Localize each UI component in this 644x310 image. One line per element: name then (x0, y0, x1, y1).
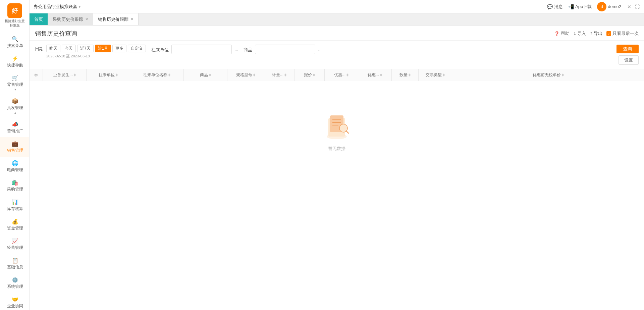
retail-icon: 🛒 (12, 75, 18, 81)
sidebar-item-shortcuts[interactable]: ⚡ 快捷导航 (0, 52, 29, 71)
th-spec-label: 规格型号 (236, 72, 252, 78)
purchase-tab-close[interactable]: ✕ (85, 17, 88, 21)
th-unit[interactable]: 计量... (264, 69, 294, 81)
tab-home[interactable]: 首页 (30, 13, 48, 25)
th-discount2[interactable]: 优惠... (358, 69, 392, 81)
tabs-bar: 首页 采购历史价跟踪 ✕ 销售历史价跟踪 ✕ (30, 13, 644, 25)
th-partner-code-label: 往来单位 (99, 72, 115, 78)
gear-icon: ⚙ (34, 73, 38, 78)
tab-purchase[interactable]: 采购历史价跟踪 ✕ (48, 13, 93, 25)
import-label: 导入 (577, 31, 586, 37)
query-button[interactable]: 查询 (616, 45, 639, 53)
date-range-display: 2023-02-18 至 2023-03-18 (46, 54, 146, 59)
maximize-button[interactable]: ⛶ (635, 4, 640, 9)
ecommerce-icon: 🌐 (12, 160, 18, 166)
app-download-button[interactable]: 📲 App下载 (568, 4, 592, 10)
filter-area: 日期 昨天 今天 近7天 近1月 更多 自定义 2023-02-18 至 202… (30, 41, 644, 69)
sidebar-item-operations[interactable]: 📈 经营管理 (0, 235, 29, 254)
th-partner-code[interactable]: 往来单位 (87, 69, 130, 81)
goods-picker-button[interactable]: ... (318, 47, 322, 52)
sort-icons (116, 73, 118, 76)
purchase-icon: 🛍️ (12, 179, 18, 186)
logo-text: 畅捷通好生意 标准版 (5, 19, 25, 28)
sidebar-item-label: 基础信息 (7, 264, 23, 270)
partner-filter-field: 往来单位 ... (151, 45, 238, 54)
partner-label: 往来单位 (151, 46, 169, 53)
sidebar-item-ecommerce[interactable]: 🌐 电商管理 (0, 157, 29, 176)
setting-button[interactable]: 设置 (619, 55, 639, 65)
export-icon: ⤴ (590, 31, 592, 36)
purchase-tab-label: 采购历史价跟踪 (53, 16, 83, 22)
logo-icon: 好 (7, 3, 22, 18)
sidebar-item-enterprise[interactable]: 🤝 企业协同 (0, 293, 29, 310)
sidebar-item-inventory[interactable]: 📊 库存核算 (0, 196, 29, 215)
download-icon: 📲 (568, 4, 574, 9)
date-filter-group: 日期 昨天 今天 近7天 近1月 更多 自定义 2023-02-18 至 202… (35, 45, 146, 59)
sort-icons (443, 73, 445, 76)
sidebar-item-label: 采购管理 (7, 187, 23, 192)
sidebar-item-label: 销售管理 (7, 148, 23, 153)
only-last-checkbox[interactable]: ✓ 只看最后一次 (606, 31, 639, 37)
sales-tab-close[interactable]: ✕ (130, 17, 133, 21)
sidebar-item-finance[interactable]: 💰 资金管理 (0, 215, 29, 235)
date-btn-today[interactable]: 今天 (62, 45, 76, 52)
inventory-icon: 📊 (12, 199, 18, 205)
sort-icons (409, 73, 411, 76)
th-trade-type[interactable]: 交易类型 (419, 69, 452, 81)
th-quote[interactable]: 报价 (294, 69, 325, 81)
sidebar-item-label: 搜索菜单 (7, 43, 23, 49)
th-qty[interactable]: 数量 (392, 69, 419, 81)
goods-input[interactable] (255, 45, 315, 54)
sort-icons (168, 73, 170, 76)
sidebar-item-label: 库存核算 (7, 206, 23, 212)
help-button[interactable]: ❓ 帮助 (554, 31, 570, 37)
sidebar-item-label: 经营管理 (7, 245, 23, 251)
message-button[interactable]: 💬 消息 (547, 4, 563, 10)
close-button[interactable]: ✕ (627, 4, 632, 9)
sidebar-item-label: 系统管理 (7, 284, 23, 290)
sidebar-item-label: 快捷导航 (7, 62, 23, 68)
partner-picker-button[interactable]: ... (234, 47, 238, 52)
sidebar-item-search[interactable]: 🔍 搜索菜单 (0, 33, 29, 52)
import-icon: ⤵ (574, 31, 576, 36)
checkbox-icon: ✓ (606, 31, 611, 36)
export-button[interactable]: ⤴ 导出 (590, 31, 602, 37)
sidebar-item-retail[interactable]: 🛒 零售管理 ▾ (0, 71, 29, 95)
sidebar-item-system[interactable]: ⚙️ 系统管理 (0, 273, 29, 293)
help-icon: ❓ (554, 31, 559, 36)
th-discount1[interactable]: 优惠... (325, 69, 358, 81)
sidebar-item-marketing[interactable]: 📣 营销推广 (0, 118, 29, 137)
user-avatar-area[interactable]: d demo2 (597, 2, 621, 11)
th-discount2-label: 优惠... (368, 72, 379, 78)
th-partner-name[interactable]: 往来单位名称 (130, 69, 184, 81)
date-btn-yesterday[interactable]: 昨天 (46, 45, 60, 52)
sidebar-item-purchase[interactable]: 🛍️ 采购管理 (0, 176, 29, 196)
partner-input[interactable] (171, 45, 232, 54)
sidebar-item-basics[interactable]: 📋 基础信息 (0, 254, 29, 273)
sidebar-nav: 🔍 搜索菜单 ⚡ 快捷导航 🛒 零售管理 ▾ 📦 批发管理 ▴ 📣 营销推广 💼… (0, 31, 29, 310)
th-gear[interactable]: ⚙ (30, 69, 43, 81)
date-btn-more[interactable]: 更多 (112, 45, 126, 52)
message-icon: 💬 (547, 4, 553, 9)
account-name: 办公用品行业模拟账套 (34, 4, 77, 10)
th-pre-tax[interactable]: 优惠前无税单价 (452, 69, 644, 81)
page-title: 销售历史价查询 (35, 30, 77, 38)
date-btn-7days[interactable]: 近7天 (77, 45, 94, 52)
th-spec[interactable]: 规格型号 (227, 69, 264, 81)
sales-icon: 💼 (12, 141, 18, 147)
th-goods[interactable]: 商品 (184, 69, 227, 81)
tab-sales[interactable]: 销售历史价跟踪 ✕ (93, 13, 139, 25)
app-logo: 好 畅捷通好生意 标准版 (0, 0, 29, 31)
chevron-down-icon: ▾ (14, 88, 16, 91)
import-button[interactable]: ⤵ 导入 (574, 31, 586, 37)
th-unit-label: 计量... (272, 72, 283, 78)
sidebar-item-sales-mgmt[interactable]: 💼 销售管理 (0, 137, 29, 157)
th-biz-date[interactable]: 业务发生... (43, 69, 87, 81)
sort-icons (380, 73, 382, 76)
date-btn-1month[interactable]: 近1月 (95, 45, 111, 52)
date-btn-custom[interactable]: 自定义 (128, 45, 146, 52)
account-dropdown[interactable]: 办公用品行业模拟账套 ▾ (34, 4, 81, 10)
sidebar-item-wholesale[interactable]: 📦 批发管理 ▴ (0, 95, 29, 118)
only-last-label: 只看最后一次 (612, 31, 639, 37)
goods-label: 商品 (244, 46, 252, 53)
